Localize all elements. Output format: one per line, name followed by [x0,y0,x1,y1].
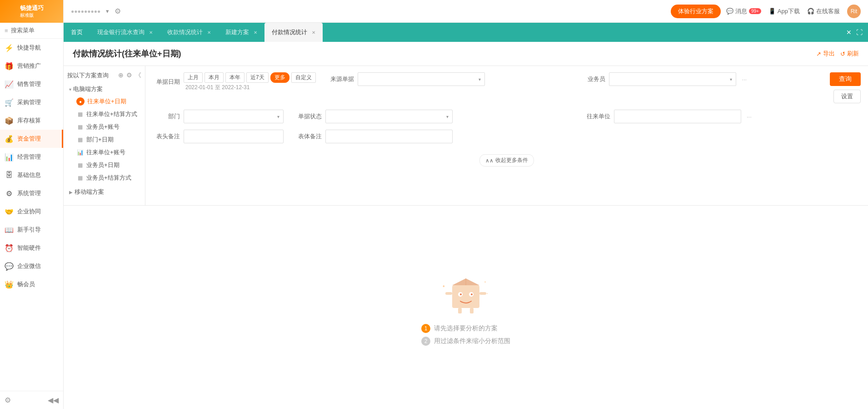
status-select[interactable]: ▾ [325,110,453,123]
bottom-collapse-icon[interactable]: ◀◀ [48,396,59,404]
sidebar-item-basic-info[interactable]: 🗄 基础信息 [0,166,63,184]
grid-icon: ▦ [76,123,84,131]
settings-btn[interactable]: 设置 [833,90,861,103]
scheme-item-label: 往来单位+账号 [86,148,125,157]
sidebar-item-sales[interactable]: 📈 销售管理 [0,75,63,93]
sidebar-item-smart-hw[interactable]: ⏰ 智能硬件 [0,239,63,257]
app-version: 标准版 [20,12,44,19]
user-avatar[interactable]: Rit [847,5,861,18]
tab-receipts-stats-close[interactable]: ✕ [207,30,211,35]
sidebar-item-quick-nav[interactable]: ⚡ 快捷导航 [0,39,63,57]
main-content: ●●●●●●●●● ▾ ⚙ 体验行业方案 💬 消息 99+ 📱 App下载 🎧 … [64,0,868,409]
date-field: 单据日期 上月 本月 本年 近7天 更多 自定义 2022-01-01 至 20… [153,72,316,91]
tab-home[interactable]: 首页 [64,23,90,42]
date-this-year[interactable]: 本年 [225,72,244,83]
salesman-select[interactable]: ▾ [609,72,736,86]
step1-num: 1 [421,324,430,333]
sidebar-item-label: 快捷导航 [17,44,41,52]
sidebar-item-new-guide[interactable]: 📖 新手引导 [0,221,63,239]
scheme-item-salesman-date[interactable]: ▦ 业务员+日期 [67,159,141,172]
sidebar-item-inventory[interactable]: 📦 库存核算 [0,111,63,130]
sidebar-item-wechat[interactable]: 💬 企业微信 [0,257,63,275]
phone-icon: 📱 [768,8,776,15]
sidebar-item-label: 智能硬件 [17,244,41,252]
tab-receipts-stats[interactable]: 收款情况统计 ✕ [160,23,218,42]
message-action[interactable]: 💬 消息 99+ [726,7,761,15]
dept-select-arrow: ▾ [277,114,279,119]
refresh-icon: ↺ [840,50,845,57]
date-this-month[interactable]: 本月 [205,72,224,83]
message-label: 消息 [735,7,747,15]
scheme-item-unit-date[interactable]: ● 往来单位+日期 [67,95,141,108]
enterprise-icon: 🤝 [5,207,14,216]
bottom-settings-icon[interactable]: ⚙ [5,396,11,404]
tab-new-scheme-close[interactable]: ✕ [254,30,257,35]
page-title: 付款情况统计(往来单位+日期) [73,48,181,59]
scheme-item-unit-account[interactable]: 📊 往来单位+账号 [67,146,141,159]
sidebar-item-finance[interactable]: 💰 资金管理 [0,130,63,148]
filter-row-1: 单据日期 上月 本月 本年 近7天 更多 自定义 2022-01-01 至 20… [153,72,861,103]
source-select[interactable]: ▾ [358,72,485,86]
scheme-add-icon[interactable]: ⊕ [118,71,124,80]
sidebar-item-operations[interactable]: 📊 经营管理 [0,148,63,166]
tab-expand-icon[interactable]: ⛶ [856,29,863,36]
purchase-icon: 🛒 [5,98,14,107]
scheme-section-desktop: ▾ 电脑端方案 ● 往来单位+日期 ▦ 往来单位+结算方式 ▦ 业务员+账号 [67,83,141,184]
scheme-section-mobile-header[interactable]: ▶ 移动端方案 [67,186,141,198]
unit-field: 往来单位 ··· [583,110,861,123]
header-actions: 💬 消息 99+ 📱 App下载 🎧 在线客服 Rit [726,5,861,18]
sidebar-item-enterprise[interactable]: 🤝 企业协同 [0,202,63,221]
scheme-sidebar: 按以下方案查询 ⊕ ⚙ 《 ▾ 电脑端方案 ● 往来单位+日期 [64,66,145,205]
source-field: 来源单据 ▾ [327,72,568,86]
app-download-label: App下载 [778,7,800,15]
scheme-settings-icon[interactable]: ⚙ [126,71,132,80]
tab-close-all-icon[interactable]: ✕ [846,29,852,36]
tab-bank-flow-close[interactable]: ✕ [149,30,153,35]
step1-text: 请先选择要分析的方案 [434,324,498,333]
collapse-area: ∧∧ 收起更多条件 [153,150,861,171]
refresh-btn[interactable]: ↺ 刷新 [840,50,859,58]
source-label: 来源单据 [327,75,354,83]
unit-ellipsis[interactable]: ··· [747,113,752,120]
tab-bank-flow[interactable]: 现金银行流水查询 ✕ [90,23,160,42]
collapse-more-btn[interactable]: ∧∧ 收起更多条件 [479,154,534,167]
grid-icon: ▦ [76,136,84,143]
sidebar-item-marketing[interactable]: 🎁 营销推广 [0,57,63,75]
body-note-input[interactable] [325,130,453,143]
inventory-icon: 📦 [5,116,14,125]
dept-select[interactable]: ▾ [184,110,284,123]
tab-payment-stats[interactable]: 付款情况统计 ✕ [264,23,323,42]
search-icon: ≡ [5,27,8,34]
online-service-action[interactable]: 🎧 在线客服 [807,7,840,15]
header-note-input[interactable] [184,130,284,143]
app-download-action[interactable]: 📱 App下载 [768,7,800,15]
unit-select[interactable] [614,110,741,123]
scheme-collapse-icon[interactable]: 《 [135,71,141,80]
sidebar-item-sys-mgmt[interactable]: ⚙ 系统管理 [0,184,63,202]
export-btn[interactable]: ↗ 导出 [816,50,835,58]
scheme-item-label: 业务员+账号 [86,123,120,131]
scheme-item-salesman-settle[interactable]: ▦ 业务员+结算方式 [67,172,141,184]
scheme-item-unit-settle[interactable]: ▦ 往来单位+结算方式 [67,108,141,121]
salesman-ellipsis[interactable]: ··· [742,76,747,83]
tab-new-scheme[interactable]: 新建方案 ✕ [218,23,264,42]
scheme-item-salesman-account[interactable]: ▦ 业务员+账号 [67,121,141,133]
search-menu[interactable]: ≡ 搜索菜单 [0,23,63,39]
scheme-item-dept-date[interactable]: ▦ 部门+日期 [67,133,141,146]
date-last-7-days[interactable]: 近7天 [246,72,269,83]
tab-payment-stats-close[interactable]: ✕ [312,30,315,35]
chevron-down-icon[interactable]: ▾ [106,8,109,15]
gear-icon[interactable]: ⚙ [115,7,121,15]
sales-icon: 📈 [5,80,14,89]
grid-icon: ▦ [76,162,84,169]
query-btn[interactable]: 查询 [830,72,861,86]
date-custom[interactable]: 自定义 [291,72,316,83]
trial-btn[interactable]: 体验行业方案 [671,5,721,18]
date-range-text: 2022-01-01 至 2022-12-31 [185,84,316,91]
date-last-month[interactable]: 上月 [184,72,203,83]
date-more[interactable]: 更多 [270,72,289,83]
sidebar-item-purchase[interactable]: 🛒 采购管理 [0,93,63,111]
sidebar-item-member[interactable]: 👑 畅会员 [0,275,63,293]
scheme-section-desktop-header[interactable]: ▾ 电脑端方案 [67,83,141,95]
sidebar-item-label: 资金管理 [17,135,41,143]
